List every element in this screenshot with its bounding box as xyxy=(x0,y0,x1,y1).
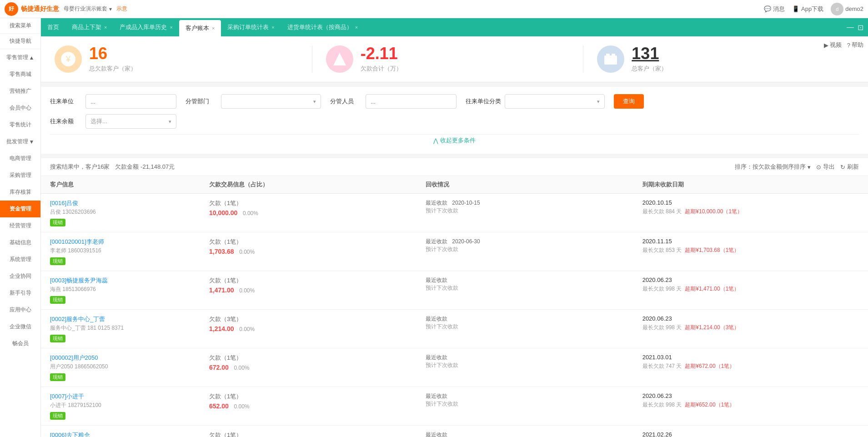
sidebar-item-operations[interactable]: 经营管理 xyxy=(0,217,40,234)
stat-info-customers: 131 总客户（家） xyxy=(632,45,841,73)
customer-name-link-1[interactable]: [0016]吕俊 xyxy=(50,200,78,206)
filter-select-dept[interactable]: ▾ xyxy=(221,94,321,109)
export-btn[interactable]: ⊙ 导出 xyxy=(816,163,835,171)
tab-purchase-stats[interactable]: 采购订单统计表 × xyxy=(221,18,281,36)
help-btn[interactable]: ? 帮助 xyxy=(847,41,863,49)
overdue-amount-2[interactable]: 超期¥1,703.68（1笔） xyxy=(683,247,739,253)
store-selector[interactable]: 母婴行业演示账套 ▾ xyxy=(64,5,112,13)
customer-tag-2: 现销 xyxy=(50,257,65,265)
customer-info-1: [0016]吕俊 吕俊 13026203696 现销 xyxy=(50,199,209,226)
sidebar-item-inventory[interactable]: 库存核算 xyxy=(0,184,40,201)
overdue-amount-6[interactable]: 超期¥652.00（1笔） xyxy=(683,402,735,408)
tab-goods-stats[interactable]: 进货单统计表（按商品） × xyxy=(281,18,364,36)
user-area[interactable]: d demo2 xyxy=(831,3,863,15)
video-btn[interactable]: ▶ 视频 xyxy=(824,41,842,49)
stats-top-actions: ▶ 视频 ? 帮助 xyxy=(824,41,863,49)
debt-info-2: 欠款（1笔） 1,703.68 0.00% xyxy=(209,238,426,255)
customer-sub-1: 吕俊 13026203696 xyxy=(50,208,209,216)
tab-purchase-stats-close[interactable]: × xyxy=(271,25,274,30)
customer-name-link-7[interactable]: [0006]去下粮仓 xyxy=(50,432,90,437)
tab-goods-stats-close[interactable]: × xyxy=(355,25,358,30)
message-btn[interactable]: 💬 消息 xyxy=(764,5,785,13)
sidebar-item-marketing[interactable]: 营销推广 xyxy=(0,83,40,100)
content-area: 首页 商品上下架 × 产成品入库单历史 × 客户账本 × 采购订单统计表 × xyxy=(41,18,868,437)
tab-product-listing[interactable]: 商品上下架 × xyxy=(65,18,113,36)
sidebar-item-retail-stats[interactable]: 零售统计 xyxy=(0,116,40,133)
sidebar-item-quick-nav[interactable]: 快捷导航 xyxy=(0,34,40,49)
filter-input-partner[interactable]: ... xyxy=(85,94,176,109)
app-download-label: App下载 xyxy=(801,5,823,13)
nav-label[interactable]: 示意 xyxy=(116,5,127,13)
next-collect-4: 预计下次收款 xyxy=(426,323,642,331)
balance-chevron-icon: ▾ xyxy=(169,119,171,125)
overdue-amount-4[interactable]: 超期¥1,214.00（3笔） xyxy=(683,324,739,331)
debt-info-4: 欠款（3笔） 1,214.00 0.00% xyxy=(209,315,426,332)
debt-info-5: 欠款（1笔） 672.00 0.00% xyxy=(209,354,426,371)
overdue-amount-5[interactable]: 超期¥672.00（1笔） xyxy=(683,363,735,369)
sidebar-item-purchase[interactable]: 采购管理 xyxy=(0,167,40,184)
due-date-4: 2020.06.23 xyxy=(642,315,859,322)
filter-input-person[interactable]: ... xyxy=(366,94,457,109)
sidebar-item-retail-mall[interactable]: 零售商城 xyxy=(0,66,40,83)
debt-count-4: 欠款（3笔） xyxy=(209,315,426,323)
sidebar-item-app-center[interactable]: 应用中心 xyxy=(0,301,40,318)
overdue-amount-1[interactable]: 超期¥10,000.00（1笔） xyxy=(683,208,743,215)
tab-minimize-icon[interactable]: — xyxy=(847,23,854,31)
overdue-days-1: 最长欠款 884 天 xyxy=(642,208,682,215)
stat-label-customers: 总客户（家） xyxy=(632,65,841,73)
customer-name-link-4[interactable]: [0002]服务中心_丁蕾 xyxy=(50,316,105,322)
sidebar-item-search-menu[interactable]: 搜索菜单 xyxy=(0,18,40,34)
sidebar-item-basic-info[interactable]: 基础信息 xyxy=(0,234,40,251)
tab-customer-ledger-close[interactable]: × xyxy=(212,25,215,31)
tab-customer-ledger-label: 客户账本 xyxy=(186,24,209,32)
sidebar-item-system[interactable]: 系统管理 xyxy=(0,251,40,268)
customer-name-link-3[interactable]: [0003]畅捷服务尹海蕊 xyxy=(50,277,108,284)
tab-maximize-icon[interactable]: ⊡ xyxy=(858,23,863,32)
filter-select-balance-val: 选择... xyxy=(90,117,107,126)
tab-finished-goods[interactable]: 产成品入库单历史 × xyxy=(113,18,179,36)
sidebar-item-wechat[interactable]: 企业微信 xyxy=(0,318,40,335)
debt-count-7: 欠款（1笔） xyxy=(209,431,426,437)
tab-product-listing-close[interactable]: × xyxy=(104,25,107,30)
refresh-icon: ↻ xyxy=(840,164,845,171)
category-chevron-icon: ▾ xyxy=(597,99,600,105)
filter-select-category[interactable]: ▾ xyxy=(505,94,605,109)
customer-name-link-6[interactable]: [0007]小进干 xyxy=(50,393,84,400)
debt-count-2: 欠款（1笔） xyxy=(209,238,426,246)
return-info-1: 最近收款 2020-10-15 预计下次收款 xyxy=(426,199,642,215)
sidebar-item-membership[interactable]: 畅会员 xyxy=(0,335,40,352)
sidebar-item-member-center[interactable]: 会员中心 xyxy=(0,100,40,116)
overdue-amount-3[interactable]: 超期¥1,471.00（1笔） xyxy=(683,286,739,292)
filter-select-balance[interactable]: 选择... ▾ xyxy=(85,114,176,129)
last-collect-7: 最近收款 xyxy=(426,431,642,437)
last-collect-4: 最近收款 xyxy=(426,315,642,323)
sort-select[interactable]: 排序：按欠款金额倒序排序 ▾ xyxy=(735,163,811,171)
app-download-btn[interactable]: 📱 App下载 xyxy=(792,5,823,13)
filter-item-person: 分管人员 ... xyxy=(330,94,457,109)
return-info-4: 最近收款 预计下次收款 xyxy=(426,315,642,331)
tab-customer-ledger[interactable]: 客户账本 × xyxy=(179,20,221,36)
sidebar-item-enterprise[interactable]: 企业协同 xyxy=(0,268,40,285)
collapse-bar[interactable]: ⋀ 收起更多条件 xyxy=(50,134,859,146)
stat-info-debt: -2.11 欠款合计（万） xyxy=(361,45,570,73)
sidebar-item-newbie[interactable]: 新手引导 xyxy=(0,285,40,301)
sidebar-item-retail-mgmt[interactable]: 零售管理 ▲ xyxy=(0,49,40,66)
customer-tag-5: 现销 xyxy=(50,373,65,381)
sidebar-item-finance[interactable]: 资金管理 xyxy=(0,201,40,217)
customer-sub-5: 用户2050 18665062050 xyxy=(50,363,209,371)
sidebar-item-ecommerce[interactable]: 电商管理 xyxy=(0,150,40,167)
tab-finished-goods-close[interactable]: × xyxy=(170,25,172,30)
due-date-5: 2021.03.01 xyxy=(642,354,859,361)
sidebar-item-wholesale-mgmt[interactable]: 批发管理 ▼ xyxy=(0,133,40,150)
tab-home[interactable]: 首页 xyxy=(41,18,65,36)
customer-name-link-5[interactable]: [000002]用户2050 xyxy=(50,354,98,361)
chevron-down-icon: ▼ xyxy=(29,139,35,145)
refresh-btn[interactable]: ↻ 刷新 xyxy=(840,163,859,171)
stat-icon-debtors: ¥ xyxy=(55,45,82,73)
tab-product-listing-label: 商品上下架 xyxy=(72,23,101,31)
result-actions: 排序：按欠款金额倒序排序 ▾ ⊙ 导出 ↻ 刷新 xyxy=(735,163,859,171)
filter-label-category: 往来单位分类 xyxy=(466,97,501,105)
query-button[interactable]: 查询 xyxy=(614,94,644,109)
customer-name-link-2[interactable]: [0001020001]李老师 xyxy=(50,238,104,245)
help-icon: ? xyxy=(847,42,850,49)
